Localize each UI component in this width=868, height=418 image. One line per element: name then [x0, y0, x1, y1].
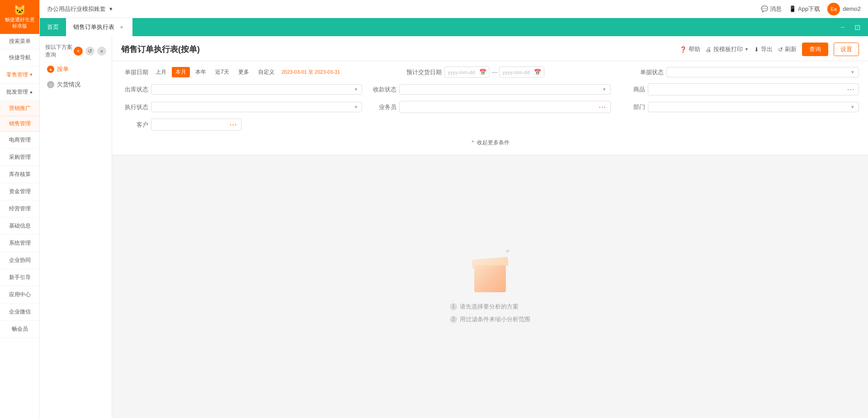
date-label: 单据日期 — [121, 68, 148, 76]
calendar-end-icon[interactable]: 📅 — [534, 69, 541, 76]
order-status-arrow-icon: ▼ — [850, 70, 855, 75]
sidebar-item-ecommerce[interactable]: 电商管理 — [0, 132, 39, 149]
tab-home[interactable]: 首页 — [40, 18, 66, 36]
dept-select[interactable]: ▼ — [648, 102, 859, 112]
collapse-filters-btn[interactable]: ⌃ 收起更多条件 — [121, 136, 859, 149]
export-btn[interactable]: ⬇ 导出 — [754, 45, 773, 53]
message-btn[interactable]: 💬 消息 — [761, 5, 782, 13]
goods-more-icon: ··· — [847, 86, 855, 93]
sidebar-item-operations[interactable]: 经营管理 — [0, 200, 39, 218]
exec-status-label: 执行状态 — [121, 103, 148, 111]
sidebar-item-quick-nav[interactable]: 快捷导航 — [0, 49, 39, 66]
chevron-down-icon: ▼ — [29, 72, 33, 77]
sidebar-item-purchase[interactable]: 采购管理 — [0, 149, 39, 166]
app-version-text: 标准版 — [12, 23, 27, 29]
prev-month-btn[interactable]: 上月 — [152, 67, 170, 77]
delivery-arrow-icon: ▼ — [354, 87, 358, 92]
payment-status-select[interactable]: ▼ — [399, 84, 610, 95]
settings-btn[interactable]: 设置 — [834, 43, 859, 56]
sidebar-item-inventory[interactable]: 库存核算 — [0, 166, 39, 183]
scheme-dot-active: ● — [47, 66, 54, 73]
filter-row-2: 出库状态 ▼ 收款状态 ▼ 商品 — [121, 83, 859, 95]
collapse-panel-btn[interactable]: « — [97, 47, 106, 56]
current-year-btn[interactable]: 本年 — [192, 67, 210, 77]
custom-date-btn[interactable]: 自定义 — [255, 67, 278, 77]
filter-row-1: 单据日期 上月 本月 本年 近7天 更多 自定义 2023-03-01 至 20… — [121, 66, 859, 78]
help-icon: ❓ — [679, 46, 687, 53]
tab-minimize-btn[interactable]: － — [837, 22, 848, 33]
page-title-bar: 销售订单执行表(按单) ❓ 帮助 🖨 按模板打印 ▼ ⬇ 导出 — [112, 36, 868, 61]
data-area: ✦ 1 请先选择要分析的方案 2 用过滤条件来缩小分析范围 — [112, 155, 868, 418]
more-date-btn[interactable]: 更多 — [235, 67, 253, 77]
avatar: Ea — [827, 3, 840, 15]
scheme-label-shortage: 欠货情况 — [57, 81, 80, 89]
avatar-text: Ea — [831, 6, 837, 12]
tab-bar: 首页 销售订单执行表 × － ⊡ — [40, 18, 868, 36]
right-content: 销售订单执行表(按单) ❓ 帮助 🖨 按模板打印 ▼ ⬇ 导出 — [112, 36, 868, 418]
refresh-btn[interactable]: ↺ 刷新 — [778, 45, 797, 53]
username: demo2 — [843, 5, 861, 12]
left-panel-header: 按以下方案查询 + ↺ « — [40, 41, 112, 62]
sidebar-item-wholesale[interactable]: 批发管理 ▲ — [0, 84, 39, 101]
sidebar-item-retail[interactable]: 零售管理 ▼ — [0, 66, 39, 84]
last7-btn[interactable]: 近7天 — [212, 67, 233, 77]
delivery-status-label: 出库状态 — [121, 86, 148, 94]
calendar-start-icon[interactable]: 📅 — [479, 69, 486, 76]
tab-sales-order[interactable]: 销售订单执行表 × — [66, 18, 132, 36]
payment-arrow-icon: ▼ — [602, 87, 607, 92]
expected-date-start[interactable]: yyyy-mm-dd 📅 — [444, 66, 490, 78]
sidebar-item-basic-info[interactable]: 基础信息 — [0, 218, 39, 235]
exec-status-select[interactable]: ▼ — [151, 102, 362, 112]
tab-close-icon[interactable]: × — [118, 24, 125, 31]
sidebar-item-system[interactable]: 系统管理 — [0, 235, 39, 252]
content-wrapper: 按以下方案查询 + ↺ « ● 按单 ○ 欠货情况 — [40, 36, 868, 418]
sidebar-search[interactable]: 搜索菜单 — [0, 34, 39, 49]
refresh-scheme-btn[interactable]: ↺ — [85, 47, 94, 56]
dept-label: 部门 — [618, 103, 645, 111]
scheme-item-shortage[interactable]: ○ 欠货情况 — [40, 77, 112, 92]
expected-date-end[interactable]: yyyy-mm-dd 📅 — [499, 66, 544, 78]
sidebar-item-sales[interactable]: 销售管理 — [0, 116, 39, 132]
top-header: 办公用品行业模拟账套 ▾ 💬 消息 📱 App下载 Ea demo2 — [40, 0, 868, 18]
filter-date: 单据日期 上月 本月 本年 近7天 更多 自定义 2023-03-01 至 20… — [121, 67, 399, 77]
left-panel-header-actions: + ↺ « — [74, 47, 106, 56]
step2-num: 2 — [450, 316, 457, 323]
header-actions: 💬 消息 📱 App下载 Ea demo2 — [761, 3, 861, 15]
goods-select[interactable]: ··· — [648, 83, 859, 95]
help-btn[interactable]: ❓ 帮助 — [679, 45, 700, 53]
breadcrumb-arrow-icon[interactable]: ▾ — [109, 5, 113, 12]
empty-box — [474, 265, 506, 292]
query-btn[interactable]: 查询 — [802, 43, 828, 56]
expected-date-range: yyyy-mm-dd 📅 — yyyy-mm-dd 📅 — [444, 66, 544, 78]
filter-exec-status: 执行状态 ▼ — [121, 102, 362, 112]
current-month-btn[interactable]: 本月 — [172, 67, 190, 77]
filter-delivery-status: 出库状态 ▼ — [121, 84, 362, 95]
sidebar-item-wechat[interactable]: 企业微信 — [0, 304, 39, 321]
customer-more-icon: ··· — [230, 121, 237, 128]
tab-maximize-btn[interactable]: ⊡ — [852, 22, 863, 33]
sidebar-item-marketing[interactable]: 营销推广 — [0, 101, 39, 116]
print-btn[interactable]: 🖨 按模板打印 ▼ — [706, 45, 749, 53]
sidebar-item-enterprise[interactable]: 企业协同 — [0, 252, 39, 269]
salesperson-select[interactable]: ··· — [399, 101, 610, 113]
dept-arrow-icon: ▼ — [850, 104, 855, 109]
sidebar-item-newguide[interactable]: 新手引导 — [0, 269, 39, 286]
step1-num: 1 — [450, 303, 457, 310]
delivery-status-select[interactable]: ▼ — [151, 84, 362, 95]
scheme-label-order: 按单 — [57, 65, 69, 73]
add-scheme-btn[interactable]: + — [74, 47, 83, 56]
order-status-select[interactable]: ▼ — [666, 67, 859, 77]
filter-row-4: 客户 ··· — [121, 119, 859, 131]
user-info[interactable]: Ea demo2 — [827, 3, 861, 15]
filter-row-3: 执行状态 ▼ 业务员 ··· 部门 — [121, 101, 859, 113]
scheme-item-order[interactable]: ● 按单 — [40, 62, 112, 77]
chevron-up-icon: ▲ — [29, 90, 33, 94]
customer-select[interactable]: ··· — [151, 119, 241, 131]
app-download-btn[interactable]: 📱 App下载 — [789, 5, 820, 13]
sidebar-item-appcenter[interactable]: 应用中心 — [0, 286, 39, 304]
export-label: 导出 — [761, 45, 773, 53]
app-logo: 🐱 畅捷通好生意 标准版 — [0, 0, 39, 34]
sidebar-item-finance[interactable]: 资金管理 — [0, 183, 39, 200]
sidebar-item-member[interactable]: 畅会员 — [0, 321, 39, 338]
scheme-dot-icon: ● — [49, 67, 52, 72]
